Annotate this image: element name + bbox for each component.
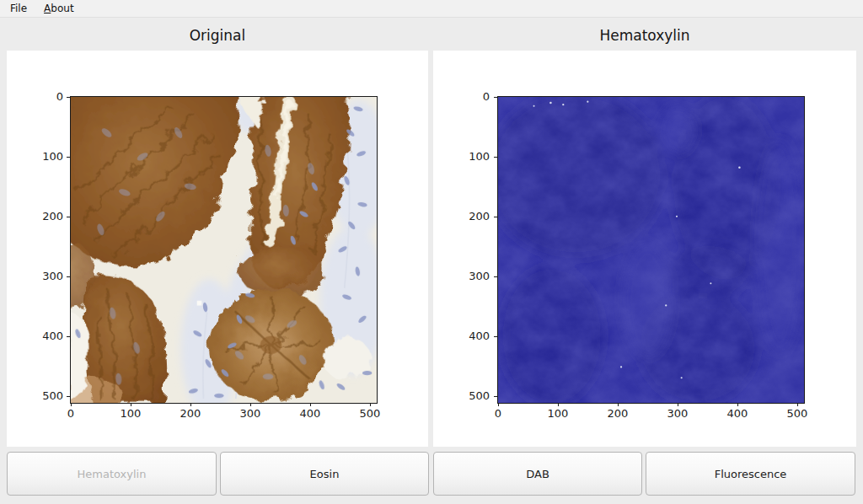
tick-mark	[131, 403, 131, 406]
hematoxylin-image	[498, 97, 804, 403]
y-tick-label: 500	[456, 390, 490, 402]
x-tick-label: 200	[174, 408, 207, 420]
x-tick-label: 0	[481, 408, 515, 420]
x-tick-label: 500	[780, 408, 814, 420]
tick-mark	[498, 403, 499, 406]
x-tick-label: 500	[353, 408, 387, 420]
x-tick-label: 400	[293, 408, 327, 420]
y-tick-label: 200	[29, 211, 63, 223]
tick-mark	[67, 336, 70, 337]
eosin-button[interactable]: Eosin	[220, 452, 429, 496]
tick-mark	[71, 403, 72, 406]
original-image	[71, 97, 377, 403]
tick-mark	[737, 403, 738, 406]
tick-mark	[67, 157, 70, 158]
tick-mark	[494, 217, 497, 217]
y-tick-label: 0	[29, 91, 63, 103]
original-figure-panel: 0 100 200 300 400 500 0 100 200 300 400 …	[7, 51, 428, 447]
y-tick-label: 0	[456, 91, 490, 103]
menu-bar: File About	[0, 0, 863, 18]
x-tick-label: 0	[54, 408, 88, 420]
x-tick-label: 100	[541, 408, 575, 420]
x-tick-label: 300	[661, 408, 694, 420]
x-tick-label: 300	[233, 408, 267, 420]
menu-about[interactable]: About	[42, 3, 76, 14]
panel-title-original: Original	[7, 24, 428, 46]
x-tick-label: 400	[721, 408, 754, 420]
tick-mark	[558, 403, 559, 406]
y-tick-label: 100	[456, 151, 490, 163]
tick-mark	[494, 276, 497, 277]
menu-file[interactable]: File	[8, 3, 29, 14]
y-tick-label: 400	[29, 330, 63, 342]
menu-about-rest: bout	[51, 3, 73, 14]
tick-mark	[494, 157, 497, 158]
tick-mark	[67, 97, 70, 98]
tick-mark	[678, 403, 678, 406]
tick-mark	[494, 336, 497, 337]
y-tick-label: 400	[456, 330, 490, 342]
y-tick-label: 100	[29, 151, 63, 163]
x-tick-label: 100	[114, 408, 147, 420]
tick-mark	[618, 403, 619, 406]
y-tick-label: 300	[456, 271, 490, 282]
tick-mark	[494, 97, 497, 98]
tick-mark	[494, 396, 497, 397]
tick-mark	[370, 403, 371, 406]
dab-button[interactable]: DAB	[433, 452, 642, 496]
fluorescence-button[interactable]: Fluorescence	[646, 452, 855, 496]
tick-mark	[310, 403, 311, 406]
tick-mark	[67, 217, 70, 217]
y-tick-label: 500	[29, 390, 63, 402]
y-tick-label: 300	[29, 271, 63, 282]
tick-mark	[67, 276, 70, 277]
hematoxylin-button[interactable]: Hematoxylin	[7, 452, 217, 496]
tick-mark	[190, 403, 191, 406]
hematoxylin-figure-panel: 0 100 200 300 400 500 0 100 200 300 400 …	[433, 51, 856, 447]
y-tick-label: 200	[456, 211, 490, 223]
tick-mark	[67, 396, 70, 397]
panel-title-hematoxylin: Hematoxylin	[433, 24, 856, 46]
tick-mark	[250, 403, 251, 406]
x-tick-label: 200	[601, 408, 635, 420]
tick-mark	[797, 403, 798, 406]
